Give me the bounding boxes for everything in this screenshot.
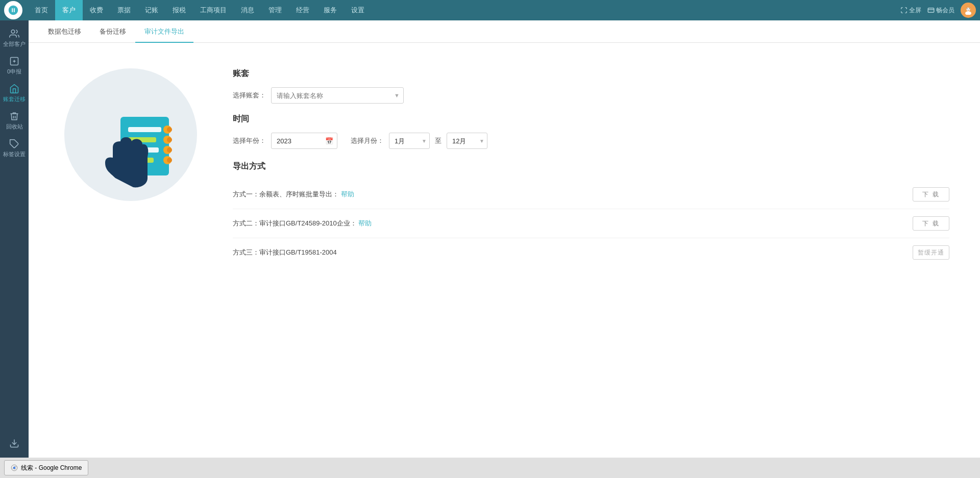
svg-point-22 — [167, 137, 172, 142]
fullscreen-button[interactable]: 全屏 — [900, 6, 921, 15]
month-label: 选择月份： — [351, 136, 384, 145]
export-method-1-download-button[interactable]: 下 载 — [913, 187, 949, 202]
tab-audit-export[interactable]: 审计文件导出 — [135, 21, 193, 43]
taskbar: 线索 - Google Chrome — [0, 458, 980, 478]
nav-services[interactable]: 服务 — [316, 0, 344, 20]
export-method-2-download-button[interactable]: 下 载 — [913, 216, 949, 231]
nav-billing[interactable]: 收费 — [83, 0, 110, 20]
time-section-title: 时间 — [233, 114, 949, 124]
svg-rect-13 — [128, 127, 161, 132]
member-button[interactable]: 畅会员 — [927, 6, 954, 15]
export-method-3-row: 方式三：审计接口GB/T19581-2004 暂缓开通 — [233, 238, 949, 267]
year-label: 选择年份： — [233, 136, 266, 145]
to-text: 至 — [435, 136, 442, 145]
tab-data-migrate[interactable]: 数据包迁移 — [39, 21, 90, 43]
account-select-input[interactable] — [271, 87, 404, 104]
month-from-wrap: 1月2月3月 4月5月6月 7月8月9月 10月11月12月 ▼ — [389, 133, 430, 149]
nav-customers[interactable]: 客户 — [55, 0, 83, 20]
svg-point-23 — [167, 147, 172, 153]
sidebar-item-trash[interactable]: 回收站 — [0, 107, 29, 135]
export-section: 导出方式 方式一：余额表、序时账批量导出： 帮助 下 载 方式二：审计接口GB/… — [233, 161, 949, 267]
nav-invoices[interactable]: 票据 — [110, 0, 138, 20]
year-input-wrap: 📅 — [271, 133, 337, 149]
nav-menu: 首页 客户 收费 票据 记账 报税 工商项目 消息 管理 经营 服务 设置 — [28, 0, 900, 20]
sidebar-item-tags[interactable]: 标签设置 — [0, 135, 29, 162]
account-select-row: 选择账套： ▼ — [233, 87, 949, 104]
taskbar-chrome-item[interactable]: 线索 - Google Chrome — [4, 460, 88, 475]
app-logo[interactable] — [4, 1, 22, 19]
svg-point-24 — [167, 158, 172, 163]
export-method-3-coming-soon-button: 暂缓开通 — [913, 245, 949, 260]
sidebar-item-migrate[interactable]: 账套迁移 — [0, 80, 29, 107]
export-method-2-row: 方式二：审计接口GB/T24589-2010企业： 帮助 下 载 — [233, 209, 949, 238]
month-to-wrap: 1月2月3月 4月5月6月 7月8月9月 10月11月 12月 ▼ — [447, 133, 487, 149]
svg-point-6 — [11, 30, 15, 34]
account-select-label: 选择账套： — [233, 91, 266, 100]
top-navigation: 首页 客户 收费 票据 记账 报税 工商项目 消息 管理 经营 服务 设置 全屏… — [0, 0, 980, 20]
sidebar-item-all-customers[interactable]: 全部客户 — [0, 24, 29, 52]
nav-home[interactable]: 首页 — [28, 0, 55, 20]
content-area: 账套 选择账套： ▼ 时间 选择年份： 📅 选择月份： 1月 — [29, 43, 980, 287]
nav-settings[interactable]: 设置 — [344, 0, 372, 20]
export-method-3-label: 方式三：审计接口GB/T19581-2004 — [233, 248, 904, 257]
export-section-title: 导出方式 — [233, 161, 949, 172]
calendar-icon: 📅 — [325, 137, 333, 145]
export-method-1-label: 方式一：余额表、序时账批量导出： 帮助 — [233, 190, 904, 199]
tab-backup-migrate[interactable]: 备份迁移 — [90, 21, 135, 43]
account-input-wrap: ▼ — [271, 87, 404, 104]
nav-accounting[interactable]: 记账 — [138, 0, 165, 20]
nav-operations[interactable]: 经营 — [289, 0, 316, 20]
nav-business[interactable]: 工商项目 — [193, 0, 234, 20]
export-method-1-row: 方式一：余额表、序时账批量导出： 帮助 下 载 — [233, 180, 949, 209]
left-sidebar: 全部客户 0申报 账套迁移 回收站 标签设置 — [0, 20, 29, 478]
month-to-select[interactable]: 1月2月3月 4月5月6月 7月8月9月 10月11月 12月 — [447, 133, 487, 149]
export-method-1-help-link[interactable]: 帮助 — [341, 190, 354, 198]
illustration-area — [59, 63, 202, 206]
time-row: 选择年份： 📅 选择月份： 1月2月3月 4月5月6月 7月8月9月 10月11… — [233, 133, 949, 149]
svg-point-4 — [967, 8, 968, 9]
export-method-2-help-link[interactable]: 帮助 — [358, 219, 372, 227]
svg-rect-0 — [928, 8, 934, 12]
svg-point-5 — [969, 8, 970, 9]
nav-management[interactable]: 管理 — [261, 0, 289, 20]
nav-tax[interactable]: 报税 — [165, 0, 193, 20]
export-method-2-label: 方式二：审计接口GB/T24589-2010企业： 帮助 — [233, 219, 904, 228]
sidebar-item-zero-declare[interactable]: 0申报 — [0, 52, 29, 80]
svg-point-21 — [167, 127, 172, 132]
main-content: 数据包迁移 备份迁移 审计文件导出 — [29, 20, 980, 478]
illustration-circle — [64, 68, 197, 201]
sidebar-download-icon[interactable] — [0, 434, 29, 452]
form-area: 账套 选择账套： ▼ 时间 选择年份： 📅 选择月份： 1月 — [233, 63, 949, 267]
tabs-bar: 数据包迁移 备份迁移 审计文件导出 — [29, 20, 980, 43]
account-section-title: 账套 — [233, 68, 949, 79]
top-nav-right: 全屏 畅会员 — [900, 3, 976, 18]
nav-messages[interactable]: 消息 — [234, 0, 261, 20]
user-avatar[interactable] — [961, 3, 976, 18]
month-from-select[interactable]: 1月2月3月 4月5月6月 7月8月9月 10月11月12月 — [389, 133, 430, 149]
